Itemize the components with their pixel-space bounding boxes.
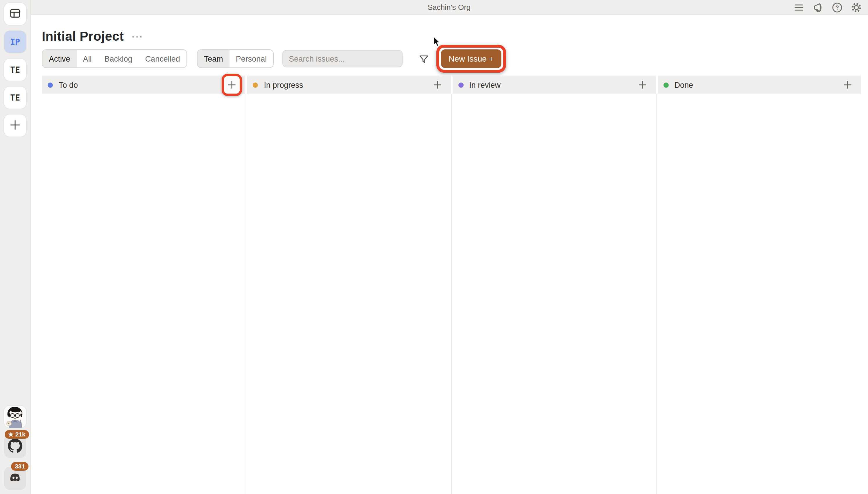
layout-icon xyxy=(9,7,21,21)
filter-icon[interactable] xyxy=(418,53,429,64)
new-issue-highlight-ring: New Issue + xyxy=(436,45,506,73)
tab-cancelled[interactable]: Cancelled xyxy=(139,50,186,68)
github-icon xyxy=(7,438,23,455)
discord-count-badge: 331 xyxy=(11,462,28,471)
github-stars-count: 21k xyxy=(15,431,25,438)
scope-filter-tabs: Team Personal xyxy=(197,50,274,68)
column-title: In progress xyxy=(264,80,303,89)
topbar-icon-group: ? xyxy=(793,0,862,15)
tab-backlog[interactable]: Backlog xyxy=(98,50,139,68)
column-header-in-progress: In progress xyxy=(247,76,451,94)
add-issue-todo-button[interactable] xyxy=(224,77,240,92)
column-in-progress: In progress xyxy=(247,76,451,494)
workspace-sidebar: IP TE TE xyxy=(0,0,31,494)
add-workspace-button[interactable] xyxy=(4,114,26,137)
status-dot-done xyxy=(664,82,669,88)
sidebar-item-project-ip[interactable]: IP xyxy=(4,31,26,53)
avatar-illustration xyxy=(4,406,26,428)
add-issue-done-button[interactable] xyxy=(840,77,855,92)
add-issue-in-progress-button[interactable] xyxy=(430,77,445,92)
status-dot-in-progress xyxy=(253,82,258,88)
plus-icon xyxy=(638,81,647,89)
sidebar-item-team-te-2[interactable]: TE xyxy=(4,87,26,109)
settings-icon[interactable] xyxy=(851,1,862,13)
column-todo: To do xyxy=(42,76,245,494)
column-done: Done xyxy=(658,76,861,494)
column-header-done: Done xyxy=(658,76,861,94)
help-icon[interactable]: ? xyxy=(831,1,843,13)
star-icon: ★ xyxy=(8,431,14,438)
page-title: Initial Project xyxy=(42,29,124,44)
add-issue-in-review-button[interactable] xyxy=(635,77,650,92)
tab-personal[interactable]: Personal xyxy=(230,50,273,68)
sidebar-item-label: IP xyxy=(10,37,20,46)
column-title: To do xyxy=(59,80,78,89)
org-title: Sachin's Org xyxy=(30,0,868,15)
announcement-icon[interactable] xyxy=(812,1,824,13)
more-options-icon[interactable]: ··· xyxy=(132,32,143,41)
page-title-row: Initial Project ··· xyxy=(42,29,868,44)
filter-row: Active All Backlog Cancelled Team Person… xyxy=(42,50,868,68)
new-issue-button[interactable]: New Issue + xyxy=(441,50,501,68)
menu-icon[interactable] xyxy=(793,1,805,13)
plus-icon xyxy=(228,81,236,89)
sidebar-item-workspace-overview[interactable] xyxy=(4,3,26,25)
top-bar: Sachin's Org ? xyxy=(0,0,868,15)
plus-icon xyxy=(844,81,852,89)
search-input[interactable] xyxy=(282,50,402,68)
sidebar-item-label: TE xyxy=(10,65,20,74)
status-filter-tabs: Active All Backlog Cancelled xyxy=(42,50,187,68)
plus-icon xyxy=(433,81,441,89)
column-title: Done xyxy=(674,80,693,89)
tab-active[interactable]: Active xyxy=(42,50,77,68)
column-title: In review xyxy=(469,80,500,89)
user-avatar[interactable] xyxy=(4,406,26,428)
github-stars-badge: ★ 21k xyxy=(5,430,29,439)
tab-all[interactable]: All xyxy=(77,50,98,68)
plus-icon xyxy=(9,119,21,132)
main-content: Initial Project ··· Active All Backlog C… xyxy=(30,15,868,494)
column-header-in-review: In review xyxy=(452,76,656,94)
discord-link[interactable]: 331 xyxy=(4,467,26,490)
status-dot-in-review xyxy=(458,82,463,88)
sidebar-item-label: TE xyxy=(10,93,20,102)
sidebar-item-team-te-1[interactable]: TE xyxy=(4,59,26,81)
tab-team[interactable]: Team xyxy=(198,50,230,68)
kanban-board: To do In progress xyxy=(42,76,861,494)
github-link[interactable]: ★ 21k xyxy=(4,435,26,458)
column-in-review: In review xyxy=(452,76,656,494)
discord-icon xyxy=(8,471,22,486)
tracker-app: Sachin's Org ? xyxy=(0,0,868,494)
status-dot-todo xyxy=(48,82,53,88)
column-header-todo: To do xyxy=(42,76,245,94)
svg-text:?: ? xyxy=(835,4,839,11)
